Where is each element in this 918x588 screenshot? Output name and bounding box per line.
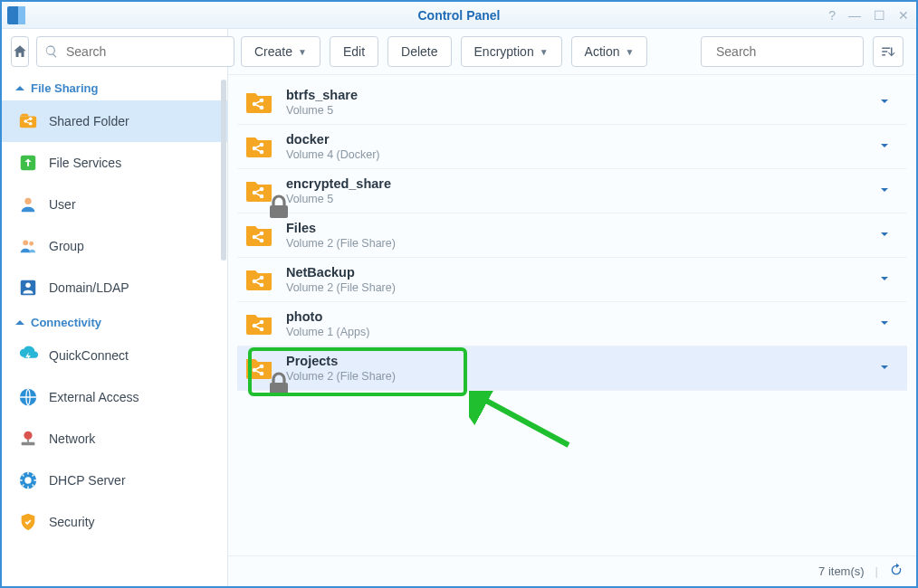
share-folder-icon xyxy=(244,267,273,292)
lock-icon xyxy=(264,372,277,384)
sidebar-item-domain-ldap[interactable]: Domain/LDAP xyxy=(2,267,227,308)
svg-point-28 xyxy=(253,280,257,284)
folder-name: Projects xyxy=(286,354,869,368)
caret-down-icon: ▼ xyxy=(626,47,635,57)
globe-icon xyxy=(18,387,38,407)
folder-name: docker xyxy=(286,132,869,147)
search-icon xyxy=(44,44,59,59)
delete-button[interactable]: Delete xyxy=(387,36,451,67)
scrollbar-thumb[interactable] xyxy=(221,80,226,261)
folder-sub: Volume 1 (Apps) xyxy=(286,326,869,338)
lock-icon xyxy=(264,194,277,207)
folder-row[interactable]: dockerVolume 4 (Docker) xyxy=(237,125,907,169)
caret-down-icon: ▼ xyxy=(540,47,549,57)
help-button[interactable]: ? xyxy=(828,8,836,23)
main-panel: Create▼ Edit Delete Encryption▼ Action▼ … xyxy=(228,29,916,586)
user-icon xyxy=(18,194,38,214)
refresh-icon xyxy=(889,563,904,577)
nav-label: QuickConnect xyxy=(49,348,129,363)
encryption-button[interactable]: Encryption▼ xyxy=(461,36,562,67)
svg-point-19 xyxy=(260,143,264,147)
app-window: Control Panel ? — ☐ ✕ File Sh xyxy=(0,0,918,588)
sidebar-item-dhcp[interactable]: DHCP Server xyxy=(2,460,227,501)
home-icon xyxy=(12,43,28,60)
sidebar-search[interactable] xyxy=(36,36,234,67)
nav-label: User xyxy=(49,197,76,212)
expand-chevron[interactable] xyxy=(869,228,900,243)
sidebar-item-shared-folder[interactable]: Shared Folder xyxy=(2,100,227,142)
folder-name: photo xyxy=(286,309,869,324)
folder-row[interactable]: photoVolume 1 (Apps) xyxy=(237,302,907,346)
svg-point-30 xyxy=(260,283,264,288)
share-folder-icon xyxy=(244,134,273,159)
caret-down-icon: ▼ xyxy=(298,47,307,57)
filter-search-input[interactable] xyxy=(714,43,876,60)
domain-icon xyxy=(18,278,38,298)
sidebar-item-user[interactable]: User xyxy=(2,184,227,225)
svg-point-9 xyxy=(25,283,31,289)
expand-chevron[interactable] xyxy=(869,361,900,376)
home-button[interactable] xyxy=(11,36,29,67)
sort-settings-button[interactable] xyxy=(873,36,904,67)
sidebar-item-group[interactable]: Group xyxy=(2,225,227,267)
svg-point-25 xyxy=(253,235,257,240)
sidebar-item-file-services[interactable]: File Services xyxy=(2,142,227,184)
sidebar-item-external-access[interactable]: External Access xyxy=(2,376,227,418)
window-title: Control Panel xyxy=(2,8,916,23)
svg-point-23 xyxy=(260,194,264,199)
sort-icon xyxy=(880,43,896,60)
quickconnect-icon xyxy=(18,346,38,365)
svg-rect-37 xyxy=(270,383,288,395)
expand-chevron[interactable] xyxy=(869,95,900,110)
sidebar-item-network[interactable]: Network xyxy=(2,418,227,460)
folder-share-icon xyxy=(18,111,38,131)
folder-row[interactable]: FilesVolume 2 (File Share) xyxy=(237,213,907,258)
svg-point-31 xyxy=(253,324,257,328)
close-button[interactable]: ✕ xyxy=(898,8,909,23)
svg-point-33 xyxy=(260,327,264,332)
share-folder-icon xyxy=(244,90,273,115)
folder-name: btrfs_share xyxy=(286,88,869,102)
nav-label: Domain/LDAP xyxy=(49,280,129,295)
nav-label: Security xyxy=(49,515,95,529)
create-button[interactable]: Create▼ xyxy=(241,36,320,67)
window-controls: ? — ☐ ✕ xyxy=(828,2,909,29)
minimize-button[interactable]: — xyxy=(848,8,861,23)
refresh-button[interactable] xyxy=(889,563,904,580)
statusbar: 7 item(s) | xyxy=(228,555,916,586)
section-file-sharing[interactable]: File Sharing xyxy=(2,74,227,100)
section-connectivity[interactable]: Connectivity xyxy=(2,308,227,335)
folder-sub: Volume 2 (File Share) xyxy=(286,370,869,383)
maximize-button[interactable]: ☐ xyxy=(874,8,885,23)
sidebar-item-quickconnect[interactable]: QuickConnect xyxy=(2,335,227,376)
edit-button[interactable]: Edit xyxy=(330,36,378,67)
toolbar: Create▼ Edit Delete Encryption▼ Action▼ xyxy=(228,29,916,75)
folder-row[interactable]: ProjectsVolume 2 (File Share) xyxy=(237,346,907,391)
dhcp-icon xyxy=(18,470,38,490)
folder-name: NetBackup xyxy=(286,265,869,280)
folder-name: Files xyxy=(286,221,869,235)
folder-row[interactable]: btrfs_shareVolume 5 xyxy=(237,81,907,125)
svg-point-18 xyxy=(253,147,257,151)
sidebar-search-input[interactable] xyxy=(64,43,226,60)
action-button[interactable]: Action▼ xyxy=(571,36,648,67)
folder-name: encrypted_share xyxy=(286,176,869,191)
folder-row[interactable]: NetBackupVolume 2 (File Share) xyxy=(237,258,907,302)
sidebar-scrollbar[interactable] xyxy=(220,80,227,586)
expand-chevron[interactable] xyxy=(869,272,900,288)
folder-list: btrfs_shareVolume 5dockerVolume 4 (Docke… xyxy=(228,75,916,555)
sidebar-item-security[interactable]: Security xyxy=(2,501,227,543)
folder-sub: Volume 5 xyxy=(286,104,869,117)
expand-chevron[interactable] xyxy=(869,184,900,199)
folder-row[interactable]: encrypted_shareVolume 5 xyxy=(237,169,907,213)
svg-point-22 xyxy=(260,187,264,192)
svg-point-17 xyxy=(260,106,264,110)
nav-label: Group xyxy=(49,239,84,253)
share-folder-icon xyxy=(244,311,273,337)
nav-label: DHCP Server xyxy=(49,473,126,488)
share-folder-icon xyxy=(244,178,273,204)
expand-chevron[interactable] xyxy=(869,139,900,155)
filter-search[interactable] xyxy=(701,36,864,67)
folder-sub: Volume 5 xyxy=(286,193,869,205)
expand-chevron[interactable] xyxy=(869,317,900,332)
